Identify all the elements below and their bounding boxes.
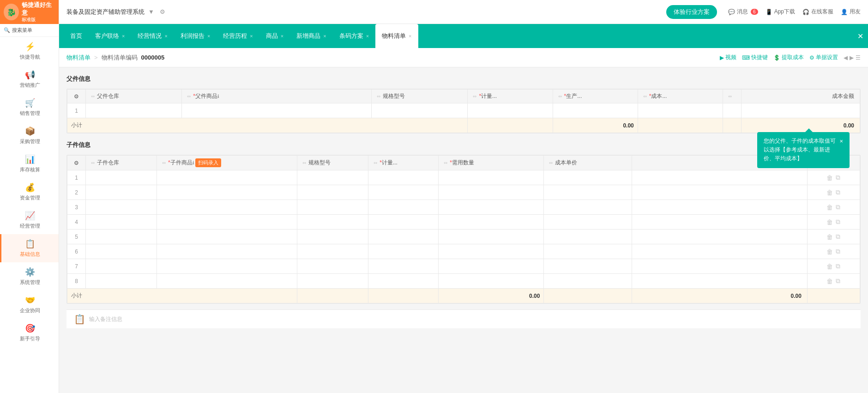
child-row-uom[interactable] (368, 200, 439, 215)
child-row-cost-amount[interactable] (632, 215, 807, 230)
sidebar-item-quicknav[interactable]: ⚡ 快捷导航 (0, 37, 59, 65)
delete-icon[interactable]: 🗑 (826, 278, 833, 285)
delete-icon[interactable]: 🗑 (826, 189, 833, 196)
child-row-product[interactable] (157, 185, 297, 200)
delete-icon[interactable]: 🗑 (826, 204, 833, 211)
action-view[interactable]: ▶ 视频 (720, 54, 736, 61)
delete-icon[interactable]: 🗑 (826, 263, 833, 270)
child-row-cost-amount[interactable] (632, 274, 807, 289)
action-cost[interactable]: 💲 提取成本 (773, 54, 804, 61)
online-service-item[interactable]: 🎧 在线客服 (802, 8, 833, 16)
tab-ops-history[interactable]: 经营历程 × (217, 24, 259, 48)
child-row-uom[interactable] (368, 244, 439, 259)
child-row-warehouse[interactable] (86, 259, 157, 274)
child-row-qty[interactable] (439, 170, 544, 185)
sidebar-item-finance[interactable]: 💰 资金管理 (0, 178, 59, 206)
child-row-product[interactable] (157, 244, 297, 259)
scan-input-button[interactable]: 扫码录入 (195, 158, 221, 167)
child-row-unit-cost[interactable] (544, 215, 632, 230)
sidebar-item-operations[interactable]: 📈 经营管理 (0, 206, 59, 234)
child-row-unit-cost[interactable] (544, 230, 632, 244)
nav-left-icon[interactable]: ◀ (844, 54, 848, 61)
child-row-cost-amount[interactable] (632, 230, 807, 244)
child-row-unit-cost[interactable] (544, 200, 632, 215)
child-row-product[interactable] (157, 274, 297, 289)
tab-barcode-close[interactable]: × (366, 33, 369, 39)
tab-goods-close[interactable]: × (281, 33, 283, 39)
parent-row1-cost[interactable] (638, 103, 723, 118)
tab-newgoods-close[interactable]: × (323, 33, 326, 39)
sidebar-item-marketing[interactable]: 📢 营销推广 (0, 65, 59, 93)
child-row-spec[interactable] (297, 244, 368, 259)
child-row-warehouse[interactable] (86, 215, 157, 230)
child-row-spec[interactable] (297, 170, 368, 185)
parent-row1-uom[interactable] (468, 103, 553, 118)
nav-right-icon[interactable]: ▶ (850, 54, 854, 61)
parent-row1-spec[interactable] (372, 103, 468, 118)
child-row-qty[interactable] (439, 230, 544, 244)
user-item[interactable]: 👤 用友 (841, 8, 861, 16)
tab-customer[interactable]: 客户联络 × (89, 24, 131, 48)
tab-opshist-close[interactable]: × (250, 33, 253, 39)
child-row-uom[interactable] (368, 215, 439, 230)
tab-customer-close[interactable]: × (122, 33, 125, 39)
tooltip-close-button[interactable]: × (839, 137, 843, 146)
child-row-product[interactable] (157, 230, 297, 244)
breadcrumb-bom[interactable]: 物料清单 (66, 54, 90, 62)
tab-ops-close[interactable]: × (164, 33, 167, 39)
child-row-cost-amount[interactable] (632, 200, 807, 215)
app-download-item[interactable]: 📱 App下载 (766, 8, 795, 16)
tab-profit-report[interactable]: 利润报告 × (174, 24, 217, 48)
child-row-warehouse[interactable] (86, 170, 157, 185)
child-row-warehouse[interactable] (86, 200, 157, 215)
copy-icon[interactable]: ⧉ (836, 174, 840, 181)
child-row-uom[interactable] (368, 185, 439, 200)
child-row-uom[interactable] (368, 259, 439, 274)
child-row-warehouse[interactable] (86, 230, 157, 244)
try-industry-button[interactable]: 体验行业方案 (666, 5, 717, 19)
child-row-cost-amount[interactable] (632, 185, 807, 200)
tab-barcode[interactable]: 条码方案 × (333, 24, 375, 48)
dropdown-icon[interactable]: ▼ (148, 8, 154, 15)
parent-row1-product[interactable] (182, 103, 372, 118)
tab-new-goods[interactable]: 新增商品 × (290, 24, 332, 48)
child-row-product[interactable] (157, 259, 297, 274)
sidebar-item-basic-info[interactable]: 📋 基础信息 (0, 234, 59, 262)
child-row-warehouse[interactable] (86, 274, 157, 289)
copy-icon[interactable]: ⧉ (836, 233, 840, 241)
child-row-cost-amount[interactable] (632, 244, 807, 259)
child-row-spec[interactable] (297, 274, 368, 289)
child-row-spec[interactable] (297, 215, 368, 230)
tab-profit-close[interactable]: × (207, 33, 210, 39)
message-item[interactable]: 💬 消息 6 (728, 8, 758, 16)
child-row-unit-cost[interactable] (544, 170, 632, 185)
child-row-spec[interactable] (297, 230, 368, 244)
child-row-qty[interactable] (439, 185, 544, 200)
delete-icon[interactable]: 🗑 (826, 248, 833, 255)
child-row-cost-amount[interactable] (632, 170, 807, 185)
settings-icon[interactable]: ⚙ (160, 8, 165, 15)
tab-goods[interactable]: 商品 × (259, 24, 290, 48)
child-row-qty[interactable] (439, 259, 544, 274)
sidebar-item-purchase[interactable]: 📦 采购管理 (0, 121, 59, 150)
child-row-warehouse[interactable] (86, 244, 157, 259)
delete-icon[interactable]: 🗑 (826, 218, 833, 226)
parent-th-settings[interactable]: ⚙ (67, 90, 86, 103)
child-row-qty[interactable] (439, 274, 544, 289)
child-row-unit-cost[interactable] (544, 259, 632, 274)
copy-icon[interactable]: ⧉ (836, 248, 840, 255)
action-shortcut[interactable]: ⌨ 快捷键 (742, 54, 768, 61)
child-row-product[interactable] (157, 200, 297, 215)
child-row-uom[interactable] (368, 274, 439, 289)
sidebar-item-inventory[interactable]: 📊 库存核算 (0, 150, 59, 178)
close-all-tabs[interactable]: ✕ (857, 32, 863, 41)
sidebar-item-search[interactable]: 🔍 搜索菜单 (0, 24, 59, 37)
child-row-unit-cost[interactable] (544, 185, 632, 200)
child-row-qty[interactable] (439, 244, 544, 259)
child-row-spec[interactable] (297, 185, 368, 200)
tab-home[interactable]: 首页 (64, 24, 89, 48)
child-row-product[interactable] (157, 215, 297, 230)
tab-bom-close[interactable]: × (409, 33, 411, 39)
copy-icon[interactable]: ⧉ (836, 188, 840, 196)
parent-row1-production[interactable] (553, 103, 638, 118)
